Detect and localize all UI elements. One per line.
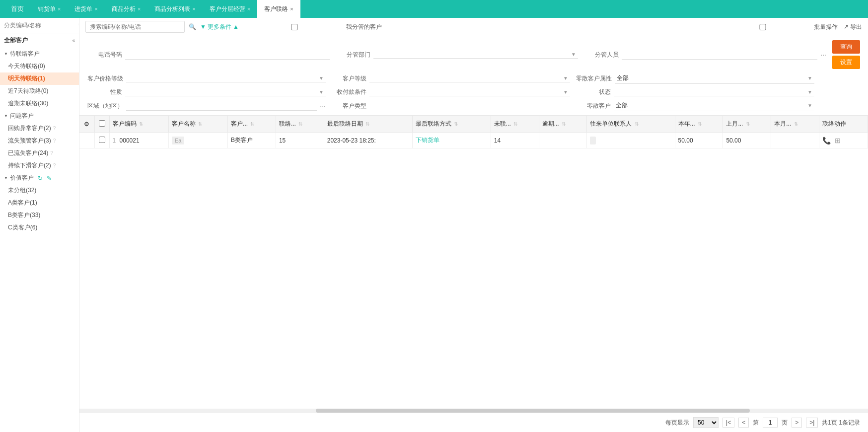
th-type: 客户... ⇅: [228, 116, 276, 133]
sort-code-icon[interactable]: ⇅: [139, 121, 143, 127]
close-sales-icon[interactable]: ×: [58, 6, 61, 12]
edit-icon[interactable]: ✎: [47, 175, 52, 182]
settings-button[interactable]: 设置: [832, 56, 860, 69]
price-grade-select[interactable]: ▼: [126, 74, 326, 82]
query-button[interactable]: 查询: [832, 40, 860, 54]
sidebar-item-churn-warning[interactable]: 流失预警客户(3) ?: [0, 135, 79, 147]
nav-customer-contact[interactable]: 客户联络 ×: [257, 0, 300, 18]
sort-type-icon[interactable]: ⇅: [250, 121, 254, 127]
sort-contact-icon[interactable]: ⇅: [298, 121, 302, 127]
dept-select[interactable]: ▼: [373, 51, 578, 59]
row-checkbox[interactable]: [99, 137, 105, 143]
data-table-container: ⚙ 客户编码 ⇅ 客户名称 ⇅ 客户... ⇅ 联络... ⇅ 最后联络日期 ⇅…: [79, 116, 868, 409]
nav-purchase[interactable]: 进货单 ×: [68, 0, 104, 18]
sidebar-item-churned[interactable]: 已流失客户(24) ?: [0, 147, 79, 159]
sidebar-item-tomorrow-contact[interactable]: 明天待联络(1): [0, 72, 79, 85]
retail-attr-down-icon: ▼: [807, 75, 812, 81]
search-input[interactable]: [85, 21, 185, 33]
customer-grade-select[interactable]: ▼: [369, 74, 570, 82]
filter-cell-customer-grade: 客户等级 ▼: [332, 74, 570, 83]
sidebar-item-class-c[interactable]: C类客户(6): [0, 221, 79, 234]
row-last-method: 下销货单: [413, 133, 491, 148]
nav-analysis[interactable]: 商品分析 ×: [105, 0, 147, 18]
horizontal-scrollbar[interactable]: [79, 409, 868, 413]
more-conditions-toggle[interactable]: ▼ 更多条件 ▲: [200, 23, 239, 31]
sort-this-month-icon[interactable]: ⇅: [794, 121, 798, 127]
th-gear[interactable]: ⚙: [79, 116, 94, 133]
phone-action-icon[interactable]: 📞: [822, 137, 831, 144]
sidebar-item-today-contact[interactable]: 今天待联络(0): [0, 60, 79, 72]
page-number-input[interactable]: [763, 418, 778, 428]
close-analysis-list-icon[interactable]: ×: [192, 6, 195, 12]
content-area: 🔍 ▼ 更多条件 ▲ 我分管的客户 批量操作 ↗ 导出: [79, 18, 868, 432]
region-input[interactable]: [126, 101, 317, 111]
sidebar-item-declining[interactable]: 持续下滑客户(2) ?: [0, 159, 79, 172]
sidebar-item-overdue-contact[interactable]: 逾期未联络(30): [0, 97, 79, 110]
sidebar-item-class-b[interactable]: B类客户(33): [0, 209, 79, 221]
filter-cell-payment: 收付款条件 ▼: [332, 88, 570, 96]
close-analysis-icon[interactable]: ×: [138, 6, 141, 12]
sidebar-search-input[interactable]: [4, 22, 78, 29]
retail-attr-select[interactable]: 全部▼: [615, 73, 814, 84]
filter-search-icon[interactable]: 🔍: [189, 23, 196, 30]
sidebar-item-ungrouped[interactable]: 未分组(32): [0, 184, 79, 197]
sort-name-icon[interactable]: ⇅: [198, 121, 202, 127]
my-customers-checkbox[interactable]: 我分管的客户: [245, 23, 382, 31]
page-size-label: 每页显示: [665, 419, 689, 427]
th-this-month: 本月... ⇅: [771, 116, 819, 133]
phone-input[interactable]: [125, 50, 330, 60]
prev-page-button[interactable]: <: [738, 418, 749, 428]
nature-select[interactable]: ▼: [125, 88, 326, 96]
page-size-select[interactable]: 50 100 200: [693, 417, 719, 428]
sort-company-contact-icon[interactable]: ⇅: [635, 121, 639, 127]
status-select[interactable]: ▼: [614, 88, 814, 96]
sidebar-item-week-contact[interactable]: 近7天待联络(0): [0, 85, 79, 97]
sidebar-item-abnormal-repurchase[interactable]: 回购异常客户(2) ?: [0, 122, 79, 135]
next-page-button[interactable]: >: [792, 418, 802, 428]
dept-down-icon: ▼: [571, 52, 576, 57]
manager-input[interactable]: [622, 50, 817, 60]
price-grade-label: 客户价格等级: [87, 74, 123, 83]
sort-uncontacted-icon[interactable]: ⇅: [513, 121, 517, 127]
scrollbar-thumb[interactable]: [316, 409, 749, 413]
customer-type-select[interactable]: [369, 105, 570, 107]
close-purchase-icon[interactable]: ×: [94, 6, 97, 12]
value-triangle-icon: ▼: [4, 176, 8, 180]
sort-this-year-icon[interactable]: ⇅: [698, 121, 702, 127]
export-button[interactable]: ↗ 导出: [844, 23, 862, 31]
retail-customer-select[interactable]: 全部▼: [614, 100, 814, 111]
manager-dots-icon[interactable]: ···: [820, 51, 826, 59]
close-customer-tier-icon[interactable]: ×: [247, 6, 250, 12]
filter-cell-nature: 性质 ▼: [87, 88, 326, 96]
sort-last-method-icon[interactable]: ⇅: [454, 121, 458, 127]
sort-last-date-icon[interactable]: ⇅: [365, 121, 369, 127]
first-page-button[interactable]: |<: [723, 418, 734, 428]
nav-sales[interactable]: 销货单 ×: [31, 0, 68, 18]
pagination-bar: 每页显示 50 100 200 |< < 第 页 > >| 共1页 1条记录: [79, 413, 868, 432]
nav-home[interactable]: 首页: [4, 0, 31, 18]
last-page-button[interactable]: >|: [806, 418, 818, 428]
batch-op-button[interactable]: 批量操作: [713, 23, 838, 31]
collapse-icon[interactable]: «: [72, 38, 75, 43]
sort-last-month-icon[interactable]: ⇅: [746, 121, 750, 127]
problem-triangle-icon: ▼: [4, 114, 8, 118]
payment-select[interactable]: ▼: [369, 88, 570, 96]
sort-overdue-icon[interactable]: ⇅: [562, 121, 566, 127]
sidebar-item-class-a[interactable]: A类客户(1): [0, 197, 79, 209]
select-all-checkbox[interactable]: [99, 120, 105, 127]
my-customers-check[interactable]: [245, 24, 344, 30]
grid-action-icon[interactable]: ⊞: [835, 137, 841, 144]
last-contact-method-link[interactable]: 下销货单: [416, 137, 439, 144]
close-customer-contact-icon[interactable]: ×: [290, 6, 293, 12]
help-icon: ?: [53, 163, 56, 168]
filter-cell-region: 区域（地区） ···: [87, 101, 326, 111]
nav-customer-tier[interactable]: 客户分层经营 ×: [203, 0, 257, 18]
nav-analysis-list[interactable]: 商品分析列表 ×: [147, 0, 202, 18]
table-body: 1 000021 Ea B类客户 15 2023-05-23 18:25: 下销…: [79, 133, 868, 148]
help-icon: ?: [53, 126, 56, 131]
batch-op-check[interactable]: [713, 24, 812, 30]
all-customers-header[interactable]: 全部客户 «: [0, 33, 79, 48]
refresh-icon[interactable]: ↻: [38, 175, 43, 182]
region-dots-icon[interactable]: ···: [320, 102, 326, 110]
help-icon: ?: [50, 150, 53, 156]
